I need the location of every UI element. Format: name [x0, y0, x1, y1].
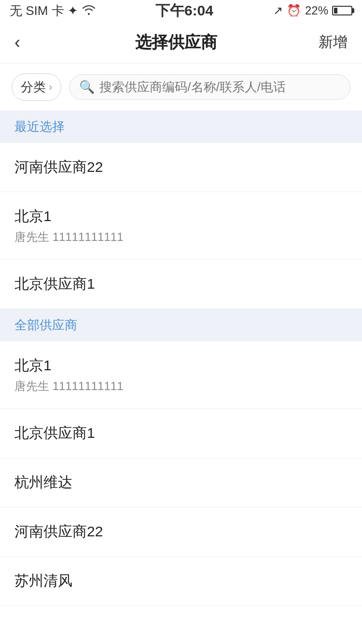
- item-name: 北京1: [14, 356, 348, 376]
- wifi-icon: [82, 3, 96, 18]
- search-bar: 分类 › 🔍: [0, 64, 362, 111]
- item-name: 北京供应商1: [14, 274, 348, 294]
- list-item[interactable]: 杭州维达: [0, 458, 362, 507]
- item-subtitle: 唐先生 11111111111: [14, 229, 348, 245]
- list-item[interactable]: 北京1唐先生 11111111111: [0, 192, 362, 260]
- page-title: 选择供应商: [135, 31, 217, 54]
- battery-icon: [332, 6, 352, 15]
- section-header-label-all: 全部供应商: [14, 318, 77, 332]
- item-name: 河南供应商22: [14, 522, 348, 542]
- section-header-all: 全部供应商: [0, 309, 362, 341]
- category-button[interactable]: 分类 ›: [12, 73, 61, 101]
- alarm-icon: ⏰: [287, 4, 301, 17]
- category-label: 分类: [21, 79, 46, 96]
- item-name: 杭州维达: [14, 473, 348, 492]
- sim-status: 无 SIM 卡 ✦: [10, 2, 78, 19]
- nav-bar: ‹ 选择供应商 新增: [0, 21, 362, 64]
- item-subtitle: 唐先生 11111111111: [14, 378, 348, 394]
- list-item[interactable]: 北京供应商1: [0, 260, 362, 309]
- item-name: 北京1: [14, 207, 348, 226]
- add-button[interactable]: 新增: [309, 32, 348, 52]
- location-icon: ↗: [273, 4, 283, 17]
- item-name: 北京供应商1: [14, 423, 348, 443]
- status-right: ↗ ⏰ 22%: [273, 4, 352, 17]
- list-item[interactable]: 苏州清风: [0, 557, 362, 606]
- list-item[interactable]: 河南供应商22: [0, 507, 362, 557]
- section-header-label-recent: 最近选择: [14, 119, 65, 134]
- section-header-recent: 最近选择: [0, 111, 362, 143]
- search-input[interactable]: [99, 80, 340, 95]
- status-left: 无 SIM 卡 ✦: [10, 2, 96, 19]
- list-item[interactable]: 北京供应商1: [0, 409, 362, 458]
- item-name: 河南供应商22: [14, 157, 348, 177]
- status-bar: 无 SIM 卡 ✦ 下午6:04 ↗ ⏰ 22%: [0, 0, 362, 21]
- back-button[interactable]: ‹: [14, 32, 43, 53]
- search-icon: 🔍: [79, 80, 95, 95]
- chevron-right-icon: ›: [49, 81, 52, 94]
- item-name: 苏州清风: [14, 571, 348, 591]
- list-container: 最近选择河南供应商22北京1唐先生 11111111111北京供应商1全部供应商…: [0, 111, 362, 606]
- search-input-wrap: 🔍: [69, 74, 350, 100]
- list-item[interactable]: 河南供应商22: [0, 143, 362, 192]
- battery-text: 22%: [305, 4, 328, 17]
- list-item[interactable]: 北京1唐先生 11111111111: [0, 341, 362, 409]
- status-time: 下午6:04: [155, 1, 213, 21]
